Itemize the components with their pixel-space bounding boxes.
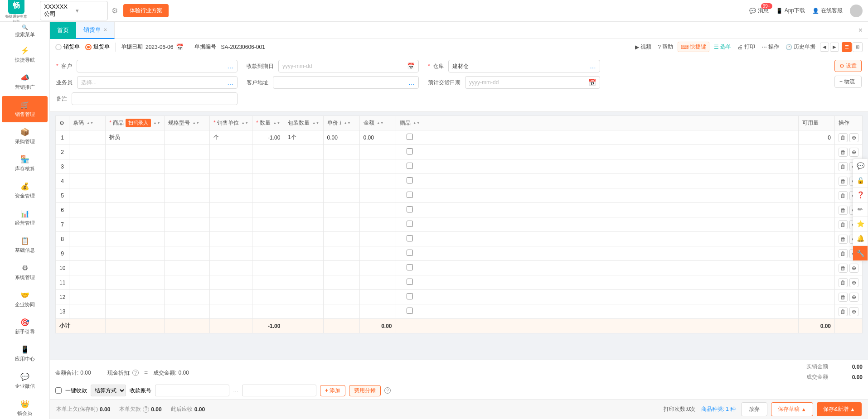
row-delete-1[interactable]: 🗑 xyxy=(839,133,848,142)
message-btn[interactable]: 💬 消息 99+ xyxy=(749,7,769,14)
row-price-11[interactable] xyxy=(323,275,359,290)
row-barcode-3[interactable] xyxy=(69,159,106,174)
row-spec-11[interactable] xyxy=(164,275,209,290)
row-price-7[interactable] xyxy=(323,217,359,232)
row-copy-13[interactable]: ⊕ xyxy=(849,307,858,316)
row-qty-8[interactable] xyxy=(252,232,284,246)
row-spec-5[interactable] xyxy=(164,188,209,203)
right-tool-chat-btn[interactable]: 💬 xyxy=(853,159,868,173)
row-spec-10[interactable] xyxy=(164,261,209,275)
row-price-4[interactable] xyxy=(323,174,359,188)
gift-checkbox-9[interactable] xyxy=(407,250,413,256)
sidebar-item-sales[interactable]: 🛒销售管理 xyxy=(2,96,48,122)
save-new-btn[interactable]: 保存&新增 ▲ xyxy=(817,402,862,416)
row-gift-8[interactable] xyxy=(396,232,424,246)
row-pkg-12[interactable] xyxy=(284,290,323,304)
row-amount-7[interactable] xyxy=(359,217,396,232)
row-pkg-4[interactable] xyxy=(284,174,323,188)
row-barcode-12[interactable] xyxy=(69,290,106,304)
right-tool-help-btn[interactable]: ❓ xyxy=(853,188,868,202)
row-product-12[interactable] xyxy=(106,290,165,304)
shortcut-btn[interactable]: ⌨ 快捷键 xyxy=(678,42,709,52)
user-avatar[interactable] xyxy=(850,5,863,17)
sidebar-item-operations[interactable]: 📊经营管理 xyxy=(2,205,48,231)
radio-return-order[interactable]: 退货单 xyxy=(85,43,110,51)
row-qty-11[interactable] xyxy=(252,275,284,290)
row-unit-8[interactable] xyxy=(209,232,252,246)
row-qty-2[interactable] xyxy=(252,145,284,159)
row-price-10[interactable] xyxy=(323,261,359,275)
salesperson-input[interactable]: 选择... … xyxy=(77,76,238,89)
row-qty-10[interactable] xyxy=(252,261,284,275)
customer-addr-input[interactable]: … xyxy=(273,76,419,89)
add-payment-btn[interactable]: + 添加 xyxy=(320,385,345,396)
row-delete-11[interactable]: 🗑 xyxy=(839,278,848,287)
sidebar-item-finance[interactable]: 💰资金管理 xyxy=(2,178,48,204)
row-amount-2[interactable] xyxy=(359,145,396,159)
row-qty-5[interactable] xyxy=(252,188,284,203)
gift-checkbox-6[interactable] xyxy=(407,206,413,212)
row-spec-9[interactable] xyxy=(164,246,209,261)
row-price-2[interactable] xyxy=(323,145,359,159)
right-tool-lock-btn[interactable]: 🔒 xyxy=(853,173,868,188)
row-barcode-4[interactable] xyxy=(69,174,106,188)
row-pkg-3[interactable] xyxy=(284,159,323,174)
row-amount-9[interactable] xyxy=(359,246,396,261)
row-amount-8[interactable] xyxy=(359,232,396,246)
sidebar-item-basics[interactable]: 📋基础信息 xyxy=(2,232,48,258)
row-product-3[interactable] xyxy=(106,159,165,174)
tab-home[interactable]: 首页 xyxy=(50,22,76,39)
row-spec-7[interactable] xyxy=(164,217,209,232)
gear-settings-icon[interactable]: ⚙ xyxy=(59,120,64,126)
radio-sales-order[interactable]: 销货单 xyxy=(55,43,80,51)
customer-addr-more-btn[interactable]: … xyxy=(408,79,415,86)
row-delete-7[interactable]: 🗑 xyxy=(839,220,848,229)
row-pkg-1[interactable]: 1个 xyxy=(284,130,323,145)
row-gift-11[interactable] xyxy=(396,275,424,290)
row-barcode-6[interactable] xyxy=(69,203,106,217)
row-unit-5[interactable] xyxy=(209,188,252,203)
sidebar-search[interactable]: 🔍 搜索菜单 xyxy=(0,22,49,41)
row-spec-6[interactable] xyxy=(164,203,209,217)
row-price-9[interactable] xyxy=(323,246,359,261)
row-pkg-5[interactable] xyxy=(284,188,323,203)
row-amount-10[interactable] xyxy=(359,261,396,275)
row-amount-6[interactable] xyxy=(359,203,396,217)
row-unit-3[interactable] xyxy=(209,159,252,174)
row-delete-8[interactable]: 🗑 xyxy=(839,235,848,244)
row-qty-9[interactable] xyxy=(252,246,284,261)
row-spec-12[interactable] xyxy=(164,290,209,304)
gift-checkbox-11[interactable] xyxy=(407,279,413,285)
row-delete-12[interactable]: 🗑 xyxy=(839,293,848,302)
customer-input[interactable]: … xyxy=(77,60,238,72)
row-delete-9[interactable]: 🗑 xyxy=(839,249,848,258)
row-product-13[interactable] xyxy=(106,304,165,319)
row-qty-3[interactable] xyxy=(252,159,284,174)
nav-next-btn[interactable]: ▶ xyxy=(830,43,839,52)
gift-checkbox-7[interactable] xyxy=(407,221,413,227)
row-pkg-2[interactable] xyxy=(284,145,323,159)
discard-btn[interactable]: 放弃 xyxy=(741,402,767,416)
sidebar-item-quick-nav[interactable]: ⚡快捷导航 xyxy=(2,42,48,68)
row-barcode-13[interactable] xyxy=(69,304,106,319)
row-gift-5[interactable] xyxy=(396,188,424,203)
row-product-7[interactable] xyxy=(106,217,165,232)
row-copy-11[interactable]: ⊕ xyxy=(849,278,858,287)
right-tool-bell-btn[interactable]: 🔔 xyxy=(853,231,868,246)
gift-checkbox-2[interactable] xyxy=(407,148,413,154)
row-price-5[interactable] xyxy=(323,188,359,203)
price-info-icon[interactable]: ℹ xyxy=(339,120,341,125)
warehouse-input[interactable]: 建材仓 … xyxy=(448,60,600,72)
doc-date-icon[interactable]: 📅 xyxy=(176,43,184,51)
row-product-9[interactable] xyxy=(106,246,165,261)
remark-input[interactable] xyxy=(72,92,238,105)
expense-info-icon[interactable]: ? xyxy=(384,387,391,394)
help-btn[interactable]: ? 帮助 xyxy=(656,42,675,52)
row-spec-2[interactable] xyxy=(164,145,209,159)
view-grid-btn[interactable]: ⊞ xyxy=(853,42,863,52)
tab-sales-order[interactable]: 销货单 × xyxy=(76,22,115,39)
order-settings-btn[interactable]: ⚙ 设置 xyxy=(834,60,862,72)
sidebar-item-wechat[interactable]: 💬企业微信 xyxy=(2,368,48,394)
gift-checkbox-1[interactable] xyxy=(407,134,413,140)
gift-checkbox-8[interactable] xyxy=(407,235,413,241)
